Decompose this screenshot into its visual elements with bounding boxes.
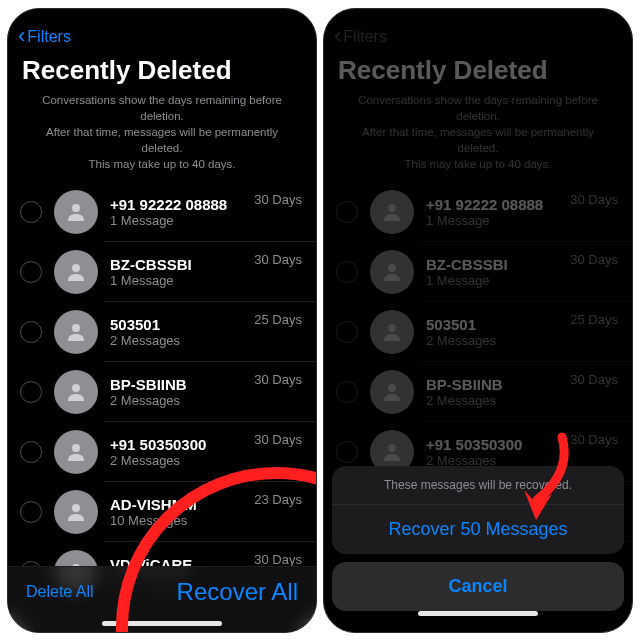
list-item[interactable]: BP-SBIINB2 Messages30 Days <box>8 362 316 422</box>
page-title: Recently Deleted <box>324 47 632 92</box>
conversation-name: AD-VISHMM <box>110 496 248 513</box>
delete-all-button[interactable]: Delete All <box>26 583 94 601</box>
selection-circle <box>336 261 358 283</box>
days-remaining: 30 Days <box>570 252 618 267</box>
list-item: 5035012 Messages25 Days <box>324 302 632 362</box>
selection-circle[interactable] <box>20 381 42 403</box>
avatar <box>54 490 98 534</box>
action-sheet-message: These messages will be recovered. <box>332 466 624 505</box>
message-count: 1 Message <box>110 273 248 288</box>
selection-circle[interactable] <box>20 321 42 343</box>
page-subtitle: Conversations show the days remaining be… <box>324 92 632 182</box>
conversation-list[interactable]: +91 92222 088881 Message30 DaysBZ-CBSSBI… <box>8 182 316 602</box>
svg-point-0 <box>72 204 80 212</box>
recover-all-button[interactable]: Recover All <box>177 578 298 606</box>
svg-point-3 <box>72 384 80 392</box>
list-item: BZ-CBSSBI1 Message30 Days <box>324 242 632 302</box>
list-item[interactable]: AD-VISHMM10 Messages23 Days <box>8 482 316 542</box>
selection-circle[interactable] <box>20 261 42 283</box>
days-remaining: 23 Days <box>254 492 302 507</box>
avatar <box>370 310 414 354</box>
svg-point-10 <box>388 384 396 392</box>
home-indicator <box>418 611 538 616</box>
conversation-name: BZ-CBSSBI <box>426 256 564 273</box>
conversation-name: BP-SBIINB <box>426 376 564 393</box>
back-label: Filters <box>27 28 71 46</box>
days-remaining: 30 Days <box>254 432 302 447</box>
list-item: +91 92222 088881 Message30 Days <box>324 182 632 242</box>
message-count: 2 Messages <box>110 393 248 408</box>
back-label: Filters <box>343 28 387 46</box>
avatar <box>370 250 414 294</box>
conversation-name: 503501 <box>110 316 248 333</box>
message-count: 2 Messages <box>426 333 564 348</box>
svg-point-9 <box>388 324 396 332</box>
avatar <box>54 310 98 354</box>
message-count: 10 Messages <box>110 513 248 528</box>
days-remaining: 30 Days <box>254 372 302 387</box>
avatar <box>54 370 98 414</box>
message-count: 2 Messages <box>110 453 248 468</box>
days-remaining: 30 Days <box>570 192 618 207</box>
list-item[interactable]: BZ-CBSSBI1 Message30 Days <box>8 242 316 302</box>
selection-circle <box>336 321 358 343</box>
selection-circle <box>336 201 358 223</box>
conversation-name: +91 92222 08888 <box>426 196 564 213</box>
days-remaining: 25 Days <box>254 312 302 327</box>
list-item[interactable]: 5035012 Messages25 Days <box>8 302 316 362</box>
avatar <box>54 430 98 474</box>
home-indicator <box>102 621 222 626</box>
back-button[interactable]: ‹ Filters <box>18 27 71 47</box>
avatar <box>370 370 414 414</box>
message-count: 2 Messages <box>110 333 248 348</box>
list-item[interactable]: +91 92222 088881 Message30 Days <box>8 182 316 242</box>
days-remaining: 30 Days <box>254 252 302 267</box>
back-button: ‹ Filters <box>334 27 387 47</box>
cancel-button[interactable]: Cancel <box>332 562 624 611</box>
days-remaining: 30 Days <box>570 432 618 447</box>
conversation-name: +91 50350300 <box>426 436 564 453</box>
selection-circle <box>336 441 358 463</box>
days-remaining: 25 Days <box>570 312 618 327</box>
conversation-name: +91 92222 08888 <box>110 196 248 213</box>
list-item[interactable]: +91 503503002 Messages30 Days <box>8 422 316 482</box>
chevron-left-icon: ‹ <box>18 25 25 47</box>
screenshot-left: ‹ Filters Recently Deleted Conversations… <box>7 8 317 633</box>
selection-circle[interactable] <box>20 201 42 223</box>
screenshot-right: ‹ Filters Recently Deleted Conversations… <box>323 8 633 633</box>
selection-circle[interactable] <box>20 441 42 463</box>
message-count: 1 Message <box>110 213 248 228</box>
page-title: Recently Deleted <box>8 47 316 92</box>
list-item: BP-SBIINB2 Messages30 Days <box>324 362 632 422</box>
avatar <box>54 190 98 234</box>
avatar <box>54 250 98 294</box>
message-count: 2 Messages <box>426 393 564 408</box>
days-remaining: 30 Days <box>570 372 618 387</box>
svg-point-8 <box>388 264 396 272</box>
message-count: 1 Message <box>426 213 564 228</box>
conversation-name: BZ-CBSSBI <box>110 256 248 273</box>
message-count: 1 Message <box>426 273 564 288</box>
svg-point-4 <box>72 444 80 452</box>
svg-point-1 <box>72 264 80 272</box>
recover-messages-button[interactable]: Recover 50 Messages <box>332 505 624 554</box>
avatar <box>370 190 414 234</box>
days-remaining: 30 Days <box>254 192 302 207</box>
conversation-name: +91 50350300 <box>110 436 248 453</box>
conversation-name: 503501 <box>426 316 564 333</box>
action-sheet: These messages will be recovered. Recove… <box>324 466 632 632</box>
svg-point-5 <box>72 504 80 512</box>
svg-point-7 <box>388 204 396 212</box>
conversation-name: BP-SBIINB <box>110 376 248 393</box>
chevron-left-icon: ‹ <box>334 25 341 47</box>
selection-circle <box>336 381 358 403</box>
svg-point-2 <box>72 324 80 332</box>
selection-circle[interactable] <box>20 501 42 523</box>
page-subtitle: Conversations show the days remaining be… <box>8 92 316 182</box>
svg-point-11 <box>388 444 396 452</box>
